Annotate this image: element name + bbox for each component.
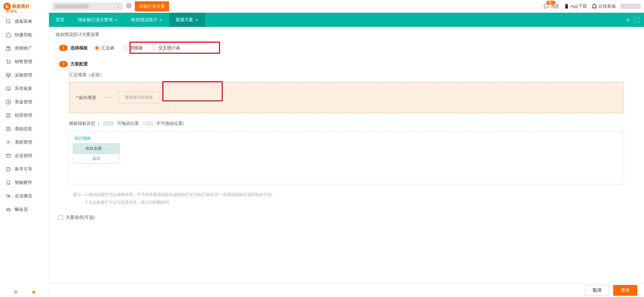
svg-rect-6: [8, 89, 9, 91]
sidebar-bottom-right[interactable]: ◀: [32, 289, 35, 294]
company-name-placeholder: [55, 4, 89, 8]
info-icon: [5, 126, 11, 132]
company-selector[interactable]: ⌄: [52, 2, 123, 10]
sidebar-item-0[interactable]: 搜索菜单: [0, 15, 49, 28]
sidebar-item-10[interactable]: 企业协同: [0, 149, 49, 162]
dimension-container: *纵向维度 请选择分组维度: [69, 82, 624, 113]
mobile-icon: 📱: [564, 4, 569, 9]
sidebar-item-2[interactable]: 营销推广: [0, 42, 49, 55]
sidebar-bottom-left[interactable]: ⚙: [14, 289, 18, 294]
svg-point-15: [8, 142, 9, 143]
logo: b 畅捷通好 标准版: [3, 3, 49, 10]
page-title: 收款情况统计方案设置: [49, 27, 644, 42]
svg-line-2: [9, 22, 10, 23]
dimension-section-label: 汇总维度（必选）: [49, 70, 644, 80]
svg-point-0: [128, 5, 129, 6]
cancel-button[interactable]: 取消: [585, 285, 609, 296]
step1-label: 选择模板: [70, 45, 88, 51]
step1-badge: 1: [59, 45, 68, 51]
stat-item-amount[interactable]: 收款金额 ⌄: [73, 143, 120, 153]
tab-3[interactable]: 新建方案✕: [169, 13, 205, 27]
tab-close-icon[interactable]: ✕: [195, 18, 198, 22]
user-placeholder[interactable]: [621, 4, 641, 9]
sidebar-item-13[interactable]: 企业微信: [0, 189, 49, 203]
sidebar-item-8[interactable]: 基础信息: [0, 122, 49, 136]
step2-label: 方案配置: [70, 61, 88, 67]
sidebar-item-4[interactable]: 采购管理: [0, 68, 49, 82]
svg-point-4: [7, 63, 8, 64]
radio-template-2[interactable]: 交叉统计表: [152, 45, 180, 51]
footer: 取消 查询: [49, 283, 644, 297]
trial-button[interactable]: 体验行业方案: [135, 1, 169, 11]
radio-icon: [95, 46, 99, 50]
messages-link[interactable]: 99+ 💬 消息: [544, 3, 559, 9]
message-icon: 💬: [544, 4, 549, 9]
online-service-link[interactable]: 🎧 在线客服: [592, 3, 616, 9]
svg-point-5: [9, 63, 10, 64]
vertical-dim-label: *纵向维度: [76, 95, 96, 101]
money-icon: [5, 99, 11, 105]
dimension-dropzone[interactable]: 请选择分组维度: [118, 92, 159, 103]
sidebar-item-12[interactable]: 智能硬件: [0, 176, 49, 189]
indicator-legend: 模板指标设定（ 可拖动位置 不可拖动位置）: [49, 118, 644, 129]
tabs-bar: 首页现金银行流水查询✕收款情况统计✕新建方案✕ ✕: [49, 13, 644, 27]
chip-not-draggable: [142, 121, 153, 126]
sidebar-item-9[interactable]: 系统管理: [0, 136, 49, 149]
save-label: 方案保存(可选): [66, 214, 95, 220]
sidebar-item-6[interactable]: 资金管理: [0, 95, 49, 109]
indicator-container: 统计指标 收款金额 ⌄ 合计: [69, 131, 624, 185]
messages-badge: 99+: [546, 1, 555, 4]
sidebar-item-7[interactable]: 经营管理: [0, 109, 49, 122]
tab-close-icon[interactable]: ✕: [115, 18, 118, 22]
chevron-down-icon: ⌄: [117, 4, 120, 9]
app-download-link[interactable]: 📱 App下载: [564, 3, 587, 9]
package-icon: [5, 72, 11, 78]
tab-0[interactable]: 首页: [49, 13, 71, 27]
vip-icon: [5, 206, 11, 212]
step2-badge: 2: [59, 61, 68, 67]
gift-icon: [5, 45, 11, 51]
save-checkbox[interactable]: [58, 215, 63, 220]
settings-icon[interactable]: [126, 3, 131, 9]
sidebar-item-5[interactable]: 库存核算: [0, 82, 49, 95]
sidebar-item-1[interactable]: 快捷导航: [0, 28, 49, 42]
sidebar-item-11[interactable]: 新手引导: [0, 162, 49, 176]
radio-template-0[interactable]: 汇总表: [95, 45, 114, 51]
query-button[interactable]: 查询: [613, 285, 637, 296]
home-icon: [5, 32, 11, 38]
radio-icon: [152, 46, 156, 50]
svg-point-21: [8, 184, 8, 184]
chip-draggable: [103, 121, 114, 126]
tips-block: 提示：1.拖动标题栏可以调整布局，不可跨维度或指标区域拖动栏目字段(只能在同一维…: [49, 188, 644, 210]
sidebar: 搜索菜单快捷导航营销推广销售管理采购管理库存核算资金管理经营管理基础信息系统管理…: [0, 13, 49, 297]
radio-template-1[interactable]: 明细表: [123, 45, 143, 51]
stat-title: 统计指标: [73, 135, 620, 142]
logo-text: 畅捷通好: [12, 3, 30, 9]
tab-2[interactable]: 收款情况统计✕: [124, 13, 169, 27]
collab-icon: [5, 153, 11, 159]
wechat-icon: [5, 193, 11, 199]
svg-rect-19: [7, 167, 10, 171]
doc-icon: [5, 112, 11, 118]
svg-point-1: [6, 19, 10, 23]
svg-point-16: [6, 140, 10, 144]
tab-1[interactable]: 现金银行流水查询✕: [71, 13, 124, 27]
radio-icon: [123, 46, 128, 50]
tab-close-icon[interactable]: ✕: [159, 18, 162, 22]
page-body: 收款情况统计方案设置 1 选择模板 汇总表明细表交叉统计表 2 方案配置 汇总维…: [49, 27, 644, 297]
guide-icon: [5, 166, 11, 172]
sidebar-item-3[interactable]: 销售管理: [0, 55, 49, 68]
search-icon: [5, 18, 11, 24]
warehouse-icon: [5, 86, 11, 92]
sidebar-item-14[interactable]: 畅会员: [0, 203, 49, 216]
connector-line: [103, 97, 112, 98]
svg-rect-17: [7, 154, 10, 157]
headset-icon: 🎧: [592, 4, 597, 9]
device-icon: [5, 180, 11, 186]
chevron-down-icon: ⌄: [104, 147, 107, 150]
tabs-close-all[interactable]: ✕: [625, 16, 631, 23]
fullscreen-icon[interactable]: [635, 17, 640, 22]
stat-item-total[interactable]: 合计: [73, 153, 120, 163]
cart-icon: [5, 59, 11, 65]
gear-icon: [5, 139, 11, 145]
